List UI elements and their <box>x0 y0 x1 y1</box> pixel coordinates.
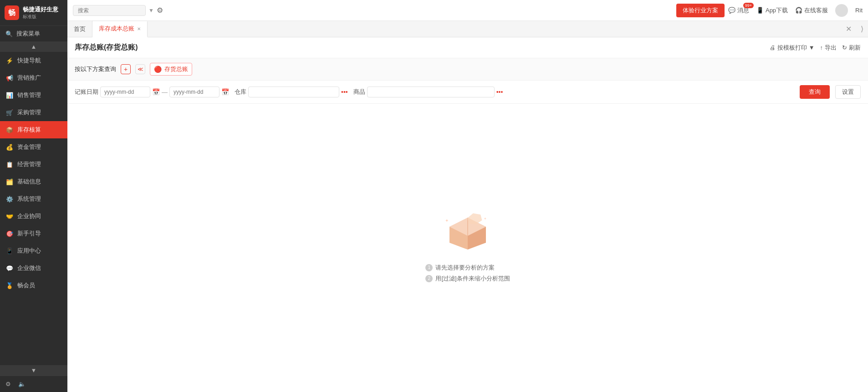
tab-bar: 首页 库存成本总账 ✕ ✕ ⟩ <box>67 21 868 37</box>
speaker-footer-icon[interactable]: 🔈 <box>18 381 26 387</box>
enterprise-icon: 🤝 <box>5 212 14 220</box>
marketing-icon: 📢 <box>5 74 14 82</box>
warehouse-more-icon[interactable]: ••• <box>341 88 348 96</box>
warehouse-field: 仓库 ••• <box>235 87 348 97</box>
filter-label: 按以下方案查询 <box>75 65 116 73</box>
date-start-input[interactable] <box>100 87 150 97</box>
scheme-icon: 🔴 <box>154 66 162 73</box>
sidebar-item-wechat[interactable]: 💬 企业微信 <box>0 260 67 277</box>
headset-icon: 🎧 <box>795 7 802 14</box>
scroll-up-btn[interactable]: ▲ <box>0 41 67 52</box>
content-area: 库存总账(存货总账) 🖨 按模板打印 ▼ ↑ 导出 ↻ 刷新 <box>67 37 868 392</box>
scroll-down-btn[interactable]: ▼ <box>0 365 67 376</box>
goods-input[interactable] <box>367 87 495 97</box>
topbar-search-input[interactable] <box>73 5 146 16</box>
export-icon: ↑ <box>820 44 823 51</box>
operation-label: 经营管理 <box>17 160 41 168</box>
app-logo-text: 畅捷通好生意 标准版 <box>23 6 58 20</box>
date-end-input[interactable] <box>169 87 220 97</box>
search-btn[interactable]: 查询 <box>800 85 830 99</box>
tab-home[interactable]: 首页 <box>67 21 92 37</box>
goods-more-icon[interactable]: ••• <box>496 88 503 96</box>
app-download-label: App下载 <box>766 6 788 15</box>
sidebar: 畅 畅捷通好生意 标准版 🔍 搜索菜单 ▲ ⚡ 快捷导航 📢 营销推广 📊 销售… <box>0 0 67 392</box>
phone-icon: 📱 <box>756 7 764 14</box>
newbie-label: 新手引导 <box>17 229 41 238</box>
svg-text:✦: ✦ <box>484 217 487 221</box>
search-row: 记账日期 📅 — 📅 仓库 ••• 商品 ••• 查询 <box>67 81 868 104</box>
topbar-gear-icon[interactable]: ⚙ <box>157 6 163 15</box>
app-title: 畅捷通好生意 <box>23 6 58 14</box>
refresh-btn[interactable]: ↻ 刷新 <box>842 44 861 52</box>
print-btn[interactable]: 🖨 按模板打印 ▼ <box>770 44 815 52</box>
tab-close-all-btn[interactable]: ✕ <box>841 25 856 33</box>
sidebar-item-member[interactable]: 🏅 畅会员 <box>0 277 67 294</box>
app-subtitle: 标准版 <box>23 14 58 20</box>
app-center-label: 应用中心 <box>17 247 41 255</box>
settings-footer-icon[interactable]: ⚙ <box>5 381 11 387</box>
sidebar-search[interactable]: 🔍 搜索菜单 <box>0 26 67 41</box>
topbar-chevron-icon[interactable]: ▼ <box>148 7 154 14</box>
app-download-btn[interactable]: 📱 App下载 <box>756 6 788 15</box>
step2-icon: 2 <box>425 275 433 282</box>
warehouse-input[interactable] <box>248 87 339 97</box>
inventory-icon: 📦 <box>5 126 14 134</box>
sales-label: 销售管理 <box>17 91 41 99</box>
sidebar-item-app-center[interactable]: 📱 应用中心 <box>0 242 67 260</box>
sidebar-item-purchase[interactable]: 🛒 采购管理 <box>0 104 67 121</box>
tab-expand-icon[interactable]: ⟩ <box>856 25 868 33</box>
basic-icon: 🗂️ <box>5 178 14 186</box>
export-btn[interactable]: ↑ 导出 <box>820 44 837 52</box>
filter-scheme-item[interactable]: 🔴 存货总账 <box>150 63 192 76</box>
sidebar-item-enterprise[interactable]: 🤝 企业协同 <box>0 208 67 225</box>
filter-add-btn[interactable]: + <box>121 64 131 74</box>
empty-tip2: 用[过滤]条件来缩小分析范围 <box>435 275 510 283</box>
calendar-start-icon[interactable]: 📅 <box>152 88 160 96</box>
finance-icon: 💰 <box>5 143 14 151</box>
tab-home-label: 首页 <box>74 25 86 33</box>
calendar-end-icon[interactable]: 📅 <box>221 88 229 96</box>
quick-nav-icon: ⚡ <box>5 56 14 65</box>
purchase-label: 采购管理 <box>17 108 41 117</box>
trial-btn[interactable]: 体验行业方案 <box>676 4 725 17</box>
member-icon: 🏅 <box>5 281 14 290</box>
sidebar-item-inventory[interactable]: 📦 库存核算 <box>0 121 67 138</box>
tab-inventory-ledger-label: 库存成本总账 <box>99 25 134 33</box>
sidebar-nav: ⚡ 快捷导航 📢 营销推广 📊 销售管理 🛒 采购管理 📦 库存核算 💰 资金管… <box>0 52 67 365</box>
sidebar-footer: ⚙ 🔈 <box>0 376 67 392</box>
page-title: 库存总账(存货总账) <box>75 43 138 52</box>
app-logo-icon: 畅 <box>5 5 19 20</box>
operation-icon: 📋 <box>5 160 14 168</box>
sidebar-item-system[interactable]: ⚙️ 系统管理 <box>0 190 67 208</box>
newbie-icon: 🎯 <box>5 229 14 238</box>
inventory-label: 库存核算 <box>17 126 41 134</box>
print-icon: 🖨 <box>770 44 776 51</box>
export-label: 导出 <box>825 44 837 52</box>
sidebar-item-marketing[interactable]: 📢 营销推广 <box>0 69 67 87</box>
topbar-search-area: ▼ ⚙ <box>73 5 673 16</box>
app-center-icon: 📱 <box>5 247 14 255</box>
svg-text:✦: ✦ <box>445 218 449 223</box>
page-container: 库存总账(存货总账) 🖨 按模板打印 ▼ ↑ 导出 ↻ 刷新 <box>67 37 868 392</box>
message-btn[interactable]: 💬 消息 99+ <box>728 6 749 15</box>
system-icon: ⚙️ <box>5 195 14 203</box>
sidebar-item-newbie[interactable]: 🎯 新手引导 <box>0 225 67 242</box>
online-service-btn[interactable]: 🎧 在线客服 <box>795 6 828 15</box>
date-field: 记账日期 📅 — 📅 <box>75 87 229 97</box>
sidebar-item-operation[interactable]: 📋 经营管理 <box>0 156 67 173</box>
enterprise-label: 企业协同 <box>17 212 41 220</box>
empty-text: 1 请先选择要分析的方案 2 用[过滤]条件来缩小分析范围 <box>425 264 510 285</box>
sidebar-item-basic[interactable]: 🗂️ 基础信息 <box>0 173 67 190</box>
filter-bar: 按以下方案查询 + ≪ 🔴 存货总账 <box>67 58 868 81</box>
system-label: 系统管理 <box>17 195 41 203</box>
sidebar-item-finance[interactable]: 💰 资金管理 <box>0 138 67 156</box>
username-label: Rit <box>855 7 863 14</box>
tab-close-btn[interactable]: ✕ <box>137 26 141 31</box>
sidebar-item-sales[interactable]: 📊 销售管理 <box>0 87 67 104</box>
tab-inventory-ledger[interactable]: 库存成本总账 ✕ <box>92 21 148 37</box>
sidebar-logo: 畅 畅捷通好生意 标准版 <box>0 0 67 26</box>
filter-collapse-btn[interactable]: ≪ <box>135 64 145 74</box>
message-icon: 💬 <box>728 7 735 14</box>
settings-btn[interactable]: 设置 <box>835 85 861 99</box>
sidebar-item-quick-nav[interactable]: ⚡ 快捷导航 <box>0 52 67 69</box>
